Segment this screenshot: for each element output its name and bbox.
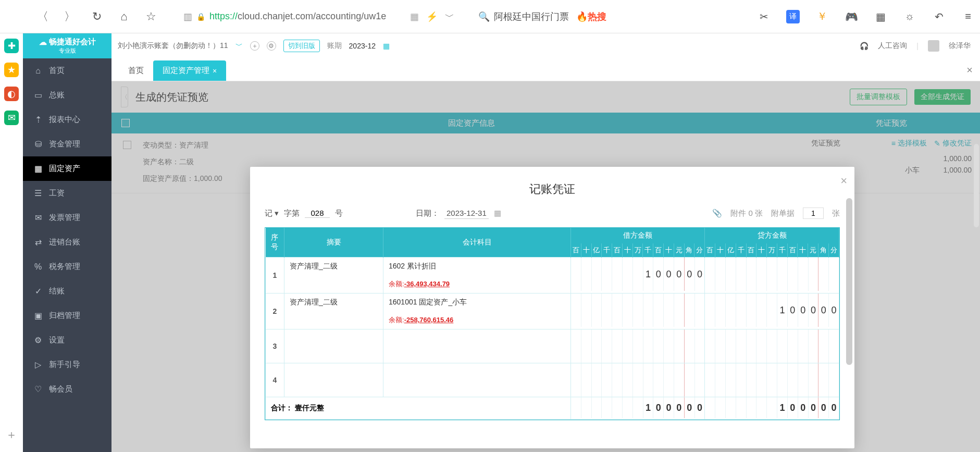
th-credit: 贷方金额 bbox=[705, 228, 839, 243]
cloud-icon: ☁ bbox=[39, 38, 47, 47]
hot-tag[interactable]: 🔥热搜 bbox=[576, 10, 606, 23]
more-icon[interactable]: ≡ bbox=[961, 10, 975, 23]
digit-cell: 1 bbox=[777, 294, 788, 327]
row-credit[interactable]: 100000 bbox=[705, 294, 839, 329]
settings-small-icon[interactable]: ⚙ bbox=[267, 41, 276, 51]
sidebar-item-10[interactable]: ▣归档管理 bbox=[23, 303, 111, 328]
sidebar-item-label: 畅会员 bbox=[49, 384, 72, 394]
digit-cell bbox=[747, 258, 757, 291]
row-debit[interactable] bbox=[571, 329, 705, 363]
voucher-type-select[interactable]: 记 ▾ bbox=[265, 209, 279, 218]
calendar-icon[interactable]: ▦ bbox=[383, 42, 390, 50]
switch-old-button[interactable]: 切到旧版 bbox=[283, 40, 320, 52]
row-account[interactable] bbox=[383, 329, 571, 363]
user-name[interactable]: 徐泽华 bbox=[949, 41, 971, 51]
sidebar-item-5[interactable]: ☰工资 bbox=[23, 181, 111, 205]
sidebar-item-7[interactable]: ⇄进销台账 bbox=[23, 230, 111, 254]
voucher-date-input[interactable]: 2023-12-31 bbox=[444, 207, 489, 219]
sidebar-item-1[interactable]: ▭总账 bbox=[23, 83, 111, 107]
scissors-icon[interactable]: ✂ bbox=[757, 10, 771, 23]
digit-cell bbox=[756, 294, 767, 327]
row-credit[interactable] bbox=[705, 258, 839, 294]
row-debit[interactable]: 100000 bbox=[571, 258, 705, 294]
headset-icon[interactable]: 🎧 bbox=[860, 42, 869, 50]
row-credit[interactable] bbox=[705, 363, 839, 397]
row-account[interactable]: 1602 累计折旧余额:-36,493,434.79 bbox=[383, 258, 571, 294]
quick-app-1[interactable]: ✚ bbox=[4, 39, 19, 53]
sidebar-item-12[interactable]: ▷新手引导 bbox=[23, 352, 111, 377]
sidebar-item-13[interactable]: ♡畅会员 bbox=[23, 377, 111, 401]
bolt-icon[interactable]: ⚡ bbox=[426, 11, 438, 22]
row-summary[interactable] bbox=[284, 329, 383, 363]
forward-icon[interactable]: 〉 bbox=[64, 10, 76, 23]
account-name[interactable]: 刘小艳演示账套（勿删勿动！）11 bbox=[118, 41, 228, 51]
close-tab-icon[interactable]: × bbox=[213, 67, 217, 75]
period-value[interactable]: 2023-12 bbox=[349, 42, 376, 50]
quick-app-mail[interactable]: ✉ bbox=[4, 111, 19, 125]
digit-cell: 0 bbox=[685, 258, 695, 291]
row-credit[interactable] bbox=[705, 329, 839, 363]
sidebar-item-11[interactable]: ⚙设置 bbox=[23, 328, 111, 352]
modal-close-icon[interactable]: × bbox=[840, 174, 847, 188]
voucher-row[interactable]: 1资产清理_二级1602 累计折旧余额:-36,493,434.79100000 bbox=[266, 258, 839, 294]
modal-scrollbar[interactable] bbox=[846, 198, 852, 365]
quick-app-2[interactable]: ★ bbox=[4, 63, 19, 77]
voucher-row[interactable]: 4 bbox=[266, 363, 839, 397]
translate-icon[interactable]: 译 bbox=[786, 10, 800, 23]
sidebar-item-8[interactable]: %税务管理 bbox=[23, 254, 111, 279]
tab-fixed-assets[interactable]: 固定资产管理 × bbox=[153, 60, 226, 81]
digit-cell bbox=[674, 329, 685, 363]
brand-logo[interactable]: ☁畅捷通好会计 专业版 bbox=[23, 33, 111, 58]
th-account: 会计科目 bbox=[383, 228, 571, 258]
back-icon[interactable]: 〈 bbox=[36, 10, 49, 23]
clip-icon[interactable]: 📎 bbox=[712, 209, 722, 218]
calendar-icon[interactable]: ▦ bbox=[494, 209, 501, 218]
voucher-number-input[interactable] bbox=[305, 209, 330, 218]
apps-icon[interactable]: ▦ bbox=[874, 10, 887, 23]
digit-cell: 0 bbox=[818, 397, 829, 418]
sidebar-item-3[interactable]: ⛁资金管理 bbox=[23, 132, 111, 156]
voucher-row[interactable]: 3 bbox=[266, 329, 839, 363]
quickbar-add-icon[interactable]: ＋ bbox=[6, 427, 17, 443]
reload-icon[interactable]: ↻ bbox=[91, 10, 103, 23]
account-chevron-icon[interactable]: ﹀ bbox=[235, 41, 243, 51]
add-account-icon[interactable]: ＋ bbox=[250, 41, 259, 51]
digit-cell bbox=[818, 258, 829, 291]
row-account[interactable] bbox=[383, 363, 571, 397]
chevron-down-icon[interactable]: ﹀ bbox=[445, 10, 454, 23]
qr-icon[interactable]: ▦ bbox=[410, 11, 419, 22]
attachment-label[interactable]: 附件 0 张 bbox=[730, 209, 763, 218]
game-icon[interactable]: 🎮 bbox=[845, 10, 858, 23]
digit-header-cell: 亿 bbox=[725, 243, 736, 258]
digit-cell: 0 bbox=[798, 397, 809, 418]
sidebar-item-2[interactable]: ⇡报表中心 bbox=[23, 107, 111, 132]
service-link[interactable]: 人工咨询 bbox=[878, 41, 907, 51]
digit-header-cell: 万 bbox=[767, 243, 777, 258]
home-icon[interactable]: ⌂ bbox=[118, 10, 130, 23]
voucher-row[interactable]: 2资产清理_二级1601001 固定资产_小车余额:-258,760,615.4… bbox=[266, 294, 839, 329]
sidebar-icon: ⌂ bbox=[33, 66, 43, 76]
sidebar-item-9[interactable]: ✓结账 bbox=[23, 279, 111, 303]
row-summary[interactable] bbox=[284, 363, 383, 397]
row-debit[interactable] bbox=[571, 363, 705, 397]
close-panel-icon[interactable]: × bbox=[962, 63, 977, 77]
tab-home[interactable]: 首页 bbox=[119, 60, 153, 81]
sidebar-item-6[interactable]: ✉发票管理 bbox=[23, 205, 111, 230]
row-summary[interactable]: 资产清理_二级 bbox=[284, 258, 383, 294]
row-account[interactable]: 1601001 固定资产_小车余额:-258,760,615.46 bbox=[383, 294, 571, 329]
sidebar-item-0[interactable]: ⌂首页 bbox=[23, 58, 111, 83]
row-summary[interactable]: 资产清理_二级 bbox=[284, 294, 383, 329]
row-debit[interactable] bbox=[571, 294, 705, 329]
favorite-icon[interactable]: ☆ bbox=[145, 10, 157, 23]
browser-search[interactable]: 🔍 阿根廷中国行门票 🔥热搜 bbox=[478, 10, 606, 23]
digit-cell bbox=[623, 258, 633, 291]
url-bar[interactable]: ▥ 🔒 https://cloud.chanjet.com/accounting… bbox=[178, 7, 460, 27]
content-scrollbar[interactable] bbox=[974, 144, 979, 227]
brightness-icon[interactable]: ☼ bbox=[903, 10, 916, 23]
quick-app-3[interactable]: ◐ bbox=[4, 87, 19, 101]
wallet-icon[interactable]: ￥ bbox=[815, 10, 829, 23]
slip-count-input[interactable] bbox=[803, 207, 824, 219]
restore-icon[interactable]: ↶ bbox=[932, 10, 946, 23]
avatar[interactable] bbox=[928, 40, 939, 52]
sidebar-item-4[interactable]: ▦固定资产 bbox=[23, 156, 111, 181]
